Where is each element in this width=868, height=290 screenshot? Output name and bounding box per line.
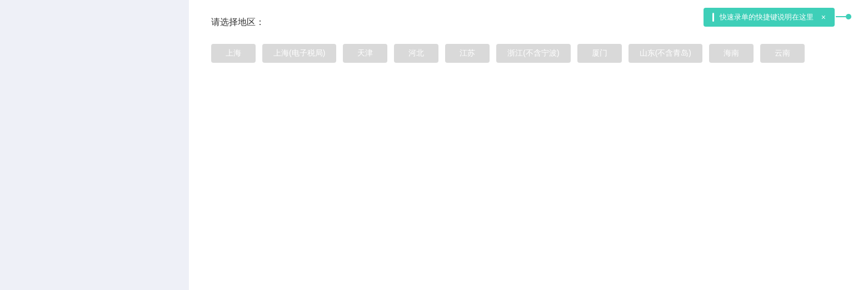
region-button-6[interactable]: 厦门 [577,44,622,63]
tooltip-banner: 快速录单的快捷键说明在这里 × [704,8,835,27]
main-content: 请选择地区： 上海上海(电子税局)天津河北江苏浙江(不含宁波)厦门山东(不含青岛… [189,0,868,290]
left-sidebar [0,0,189,290]
region-button-7[interactable]: 山东(不含青岛) [628,44,702,63]
tooltip-connector-dot [846,14,851,19]
region-buttons-container: 上海上海(电子税局)天津河北江苏浙江(不含宁波)厦门山东(不含青岛)海南云南 [211,44,846,63]
tooltip-left-bar [712,13,714,22]
region-button-5[interactable]: 浙江(不含宁波) [496,44,570,63]
region-button-4[interactable]: 江苏 [445,44,490,63]
tooltip-text: 快速录单的快捷键说明在这里 [720,12,814,22]
region-button-0[interactable]: 上海 [211,44,256,63]
region-button-2[interactable]: 天津 [343,44,387,63]
tooltip-connector-line [836,16,846,17]
region-button-3[interactable]: 河北 [394,44,438,63]
region-button-8[interactable]: 海南 [709,44,754,63]
region-button-9[interactable]: 云南 [760,44,805,63]
region-button-1[interactable]: 上海(电子税局) [262,44,336,63]
tooltip-close-button[interactable]: × [821,13,826,22]
